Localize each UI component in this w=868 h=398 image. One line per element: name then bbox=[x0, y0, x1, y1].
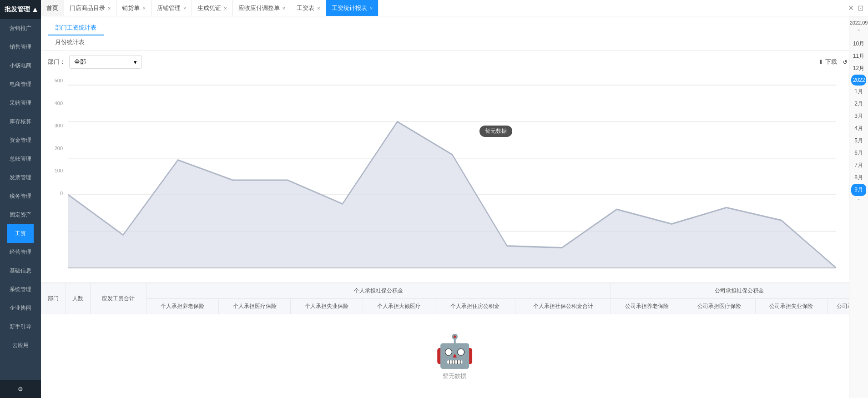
th-personal-pension: 个人承担养老保险 bbox=[146, 299, 219, 314]
sidebar-title: 批发管理 bbox=[5, 5, 30, 14]
tab-produce_voucher[interactable]: 生成凭证× bbox=[192, 0, 232, 16]
timeline-year-label: 2022.09 bbox=[849, 19, 868, 27]
tab-close-store_mgmt[interactable]: × bbox=[183, 5, 186, 11]
y-label-200: 200 bbox=[41, 146, 63, 151]
timeline-month-9月[interactable]: 9月 bbox=[851, 184, 866, 196]
tab-close-produce_voucher[interactable]: × bbox=[224, 5, 227, 11]
th-company-unemployment: 公司承担失业保险 bbox=[755, 299, 828, 314]
timeline-month-11月[interactable]: 11月 bbox=[849, 50, 868, 62]
timeline-month-3月[interactable]: 3月 bbox=[849, 110, 868, 122]
sidebar-item-ecommerce[interactable]: 电商管理 bbox=[7, 75, 34, 94]
timeline-panel: 2022.09 ˄ 10月11月12月20221月2月3月4月5月6月7月8月9… bbox=[849, 16, 868, 398]
y-label-300: 300 bbox=[41, 123, 63, 128]
tab-ar_ap[interactable]: 应收应付调整单× bbox=[233, 0, 291, 16]
dept-value: 全部 bbox=[74, 58, 86, 66]
timeline-month-8月[interactable]: 8月 bbox=[849, 171, 868, 184]
sidebar-item-assets[interactable]: 固定资产 bbox=[7, 206, 34, 224]
timeline-month-1月[interactable]: 1月 bbox=[849, 86, 868, 98]
sidebar-item-accounting[interactable]: 总账管理 bbox=[7, 150, 34, 168]
tab-product_catalog[interactable]: 门店商品目录× bbox=[64, 0, 116, 16]
restore-icon[interactable]: ⊡ bbox=[858, 4, 863, 12]
close-all-icon[interactable]: ✕ bbox=[848, 4, 854, 12]
sidebar-item-guide[interactable]: 新手引导 bbox=[7, 317, 34, 336]
th-company-medical: 公司承担医疗保险 bbox=[683, 299, 756, 314]
tab-close-payroll_table[interactable]: × bbox=[317, 5, 320, 11]
sidebar-item-inventory[interactable]: 库存核算 bbox=[7, 112, 34, 131]
no-data-area: 🤖 暂无数据 bbox=[41, 314, 868, 383]
th-personal-housing: 个人承担住房公积金 bbox=[435, 299, 515, 314]
sub-tab-bar: 部门工资统计表月份统计表 bbox=[41, 16, 868, 50]
sidebar: 批发管理 ▲ 营销推广销售管理小畅电商电商管理采购管理库存核算资金管理总账管理发… bbox=[0, 0, 41, 398]
y-label-0: 0 bbox=[41, 191, 63, 196]
tab-payroll_table[interactable]: 工资表× bbox=[291, 0, 326, 16]
th-company-pension: 公司承担养老保险 bbox=[611, 299, 683, 314]
sidebar-item-tax[interactable]: 税务管理 bbox=[7, 187, 34, 206]
th-company-social: 公司承担社保公积金 bbox=[611, 283, 868, 299]
download-label: 下载 bbox=[825, 58, 837, 66]
sidebar-item-enterprise[interactable]: 企业协同 bbox=[7, 299, 34, 317]
sidebar-item-marketing[interactable]: 营销推广 bbox=[7, 19, 34, 38]
tab-close-payroll_report[interactable]: × bbox=[370, 5, 373, 11]
tab-close-sales_order[interactable]: × bbox=[142, 5, 145, 11]
tab-bar: 首页门店商品目录×销货单×店铺管理×生成凭证×应收应付调整单×工资表×工资统计报… bbox=[41, 0, 868, 16]
timeline-month-7月[interactable]: 7月 bbox=[849, 159, 868, 171]
th-personal-social: 个人承担社保公积金 bbox=[146, 283, 611, 299]
tab-payroll_report[interactable]: 工资统计报表× bbox=[326, 0, 378, 16]
sidebar-header: 批发管理 ▲ bbox=[0, 0, 41, 19]
chart-container: 500 400 300 200 100 0 暂无数据 bbox=[41, 73, 868, 282]
timeline-down-nav[interactable]: ˅ bbox=[855, 196, 862, 207]
sidebar-collapse-icon[interactable]: ▲ bbox=[31, 5, 39, 14]
chevron-down-icon: ▾ bbox=[134, 59, 137, 65]
timeline-month-5月[interactable]: 5月 bbox=[849, 135, 868, 147]
tab-close-ar_ap[interactable]: × bbox=[283, 5, 285, 11]
timeline-month-2022[interactable]: 2022 bbox=[851, 75, 866, 86]
download-button[interactable]: ⬇ 下载 bbox=[818, 58, 837, 66]
sidebar-item-payroll[interactable]: 工资 bbox=[7, 224, 34, 243]
tab-close-product_catalog[interactable]: × bbox=[108, 5, 111, 11]
y-label-400: 400 bbox=[41, 101, 63, 106]
payroll-table: 部门 人数 应发工资合计 个人承担社保公积金 公司承担社保公积金 个人承担养老保… bbox=[41, 283, 868, 314]
sidebar-item-operations[interactable]: 经营管理 bbox=[7, 243, 34, 262]
no-data-robot-icon: 🤖 bbox=[59, 333, 850, 370]
sidebar-item-finance[interactable]: 资金管理 bbox=[7, 131, 34, 150]
main-content: 首页门店商品目录×销货单×店铺管理×生成凭证×应收应付调整单×工资表×工资统计报… bbox=[41, 0, 868, 398]
timeline-month-6月[interactable]: 6月 bbox=[849, 147, 868, 159]
timeline-month-10月[interactable]: 10月 bbox=[849, 38, 868, 50]
y-label-100: 100 bbox=[41, 168, 63, 173]
download-icon: ⬇ bbox=[818, 59, 823, 65]
no-data-text: 暂无数据 bbox=[59, 372, 850, 380]
y-label-500: 500 bbox=[41, 78, 63, 83]
th-personal-unemployment: 个人承担失业保险 bbox=[291, 299, 363, 314]
sub-tab-month_stats[interactable]: 月份统计表 bbox=[48, 35, 104, 50]
th-total-salary: 应发工资合计 bbox=[90, 283, 146, 314]
dept-label: 部门： bbox=[48, 58, 66, 66]
th-dept: 部门 bbox=[41, 283, 66, 314]
content-area: 部门工资统计表月份统计表 部门： 全部 ▾ ⬇ 下载 ↺ 刷新 bbox=[41, 16, 868, 398]
dept-selector[interactable]: 全部 ▾ bbox=[69, 55, 142, 69]
toolbar: 部门： 全部 ▾ ⬇ 下载 ↺ 刷新 bbox=[41, 50, 868, 73]
th-count: 人数 bbox=[66, 283, 90, 314]
sidebar-item-sales[interactable]: 销售管理 bbox=[7, 38, 34, 56]
sidebar-item-invoice[interactable]: 发票管理 bbox=[7, 168, 34, 187]
sidebar-item-basic[interactable]: 基础信息 bbox=[7, 262, 34, 280]
sidebar-item-ecommerce_small[interactable]: 小畅电商 bbox=[7, 56, 34, 75]
th-personal-large-medical: 个人承担大额医疗 bbox=[363, 299, 435, 314]
sidebar-item-cloud[interactable]: 云应用 bbox=[7, 336, 34, 355]
timeline-month-4月[interactable]: 4月 bbox=[849, 122, 868, 135]
th-personal-total: 个人承担社保公积金合计 bbox=[515, 299, 611, 314]
timeline-up-nav[interactable]: ˄ bbox=[855, 27, 862, 38]
sub-tab-dept_stats[interactable]: 部门工资统计表 bbox=[48, 21, 104, 35]
timeline-month-2月[interactable]: 2月 bbox=[849, 98, 868, 110]
tab-store_mgmt[interactable]: 店铺管理× bbox=[151, 0, 192, 16]
table-container[interactable]: 部门 人数 应发工资合计 个人承担社保公积金 公司承担社保公积金 个人承担养老保… bbox=[41, 282, 868, 383]
tab-home[interactable]: 首页 bbox=[41, 0, 64, 16]
th-personal-medical: 个人承担医疗保险 bbox=[218, 299, 291, 314]
sidebar-footer-settings[interactable]: ⚙ bbox=[0, 380, 41, 398]
tab-sales_order[interactable]: 销货单× bbox=[116, 0, 151, 16]
refresh-icon: ↺ bbox=[843, 59, 848, 65]
sidebar-item-system[interactable]: 系统管理 bbox=[7, 280, 34, 299]
sidebar-item-purchase[interactable]: 采购管理 bbox=[7, 94, 34, 112]
timeline-month-12月[interactable]: 12月 bbox=[849, 62, 868, 75]
